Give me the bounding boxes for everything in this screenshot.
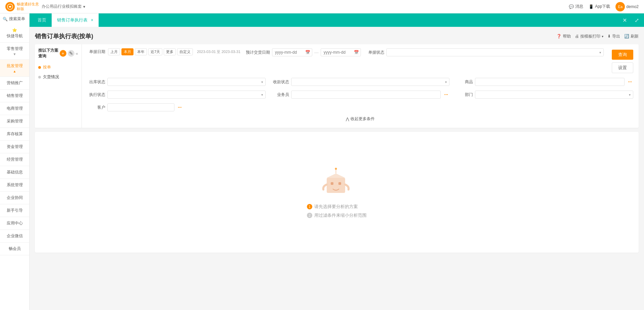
status-select[interactable] xyxy=(386,48,604,56)
settings-btn[interactable]: 设置 xyxy=(612,62,633,73)
close-window-btn[interactable]: ✕ xyxy=(620,15,629,25)
system-label: 系统管理 xyxy=(7,182,23,188)
department-select-wrapper: ▾ xyxy=(475,91,633,99)
wholesale-label: 批发管理 xyxy=(7,63,23,69)
date-btn-more[interactable]: 更多 xyxy=(164,48,176,55)
execution-select[interactable] xyxy=(107,91,266,99)
status-label: 单据状态 xyxy=(366,50,384,55)
calendar-to-icon: 📅 xyxy=(354,50,359,55)
scheme-item-按单[interactable]: 按单 xyxy=(35,62,82,72)
sidebar-item-enterprise[interactable]: 企业协同 xyxy=(0,192,29,204)
refresh-icon: 🔄 xyxy=(624,34,629,39)
search-icon: 🔍 xyxy=(3,17,8,21)
filter-row-1: 单据日期 上月 本月 本年 近7天 更多 自定义 2023-03-01 至 20… xyxy=(87,48,633,73)
customer-input[interactable] xyxy=(107,103,174,111)
query-btn[interactable]: 查询 xyxy=(612,50,633,60)
app-download-label: App下载 xyxy=(595,4,610,9)
sidebar-item-finance[interactable]: 资金管理 xyxy=(0,141,29,153)
sidebar-item-sales[interactable]: 销售管理 xyxy=(0,90,29,102)
sales-order-tab-label: 销售订单执行表 xyxy=(57,17,88,23)
export-btn[interactable]: ⬇ 导出 xyxy=(607,34,620,39)
product-input[interactable] xyxy=(475,78,625,86)
print-dropdown-icon: ▾ xyxy=(602,35,603,38)
expand-window-btn[interactable]: ⤢ xyxy=(632,15,641,25)
finance-label: 资金管理 xyxy=(7,144,23,150)
page-content: 销售订单执行表(按单) ❓ 帮助 🖨 按模板打印 ▾ ⬇ 导出 xyxy=(30,27,644,310)
scheme-item-欠货情况[interactable]: 欠货情况 xyxy=(35,72,82,82)
sidebar-item-basic[interactable]: 基础信息 xyxy=(0,166,29,179)
tab-home[interactable]: 首页 xyxy=(32,13,52,27)
edit-scheme-btn[interactable]: ✎ xyxy=(68,50,74,57)
tab-close-icon[interactable]: × xyxy=(91,18,93,22)
sidebar-item-guide[interactable]: 新手引导 xyxy=(0,204,29,217)
collapse-btn[interactable]: ⋀ 收起更多条件 xyxy=(87,114,633,124)
sidebar-item-purchase[interactable]: 采购管理 xyxy=(0,115,29,128)
company-name: 办公用品行业模拟账套 xyxy=(42,4,82,9)
customer-more-btn[interactable]: ··· xyxy=(176,104,183,111)
top-header: 畅捷通好生意 标版 办公用品行业模拟账套 ▾ 💬 消息 📱 App下载 Ea d… xyxy=(0,0,644,13)
execution-label: 执行状态 xyxy=(87,92,105,98)
step-2-num: 2 xyxy=(307,213,312,218)
sidebar-item-operations[interactable]: 经营管理 xyxy=(0,153,29,166)
salesperson-filter: 业务员 ··· xyxy=(271,91,449,99)
company-select[interactable]: 办公用品行业模拟账套 ▾ xyxy=(42,4,85,9)
product-more-btn[interactable]: ··· xyxy=(627,79,633,85)
sidebar-item-quick-nav[interactable]: ⭐ 快捷导航 xyxy=(0,24,29,43)
sidebar-item-apps[interactable]: 应用中心 xyxy=(0,217,29,230)
sidebar-item-marketing[interactable]: 营销推广 xyxy=(0,77,29,90)
scheme-actions: + ✎ « xyxy=(60,50,78,57)
svg-rect-1 xyxy=(327,178,345,193)
app-download-btn[interactable]: 📱 App下载 xyxy=(589,4,610,9)
sidebar-item-retail[interactable]: 零售管理 ▼ xyxy=(0,43,29,60)
sidebar-item-system[interactable]: 系统管理 xyxy=(0,179,29,192)
message-btn[interactable]: 💬 消息 xyxy=(569,4,583,9)
home-tab-label: 首页 xyxy=(38,17,46,23)
quick-nav-icon: ⭐ xyxy=(12,28,17,33)
filter-row-4: 客户 ··· xyxy=(87,103,633,111)
refresh-btn[interactable]: 🔄 刷新 xyxy=(624,34,639,39)
collapse-scheme-btn[interactable]: « xyxy=(76,50,78,57)
date-btn-last-month[interactable]: 上月 xyxy=(108,48,120,55)
date-btn-this-month[interactable]: 本月 xyxy=(121,48,133,55)
calendar-from-icon: 📅 xyxy=(305,50,310,55)
tab-sales-order[interactable]: 销售订单执行表 × xyxy=(52,13,99,27)
sidebar-item-wechat[interactable]: 企业微信 xyxy=(0,230,29,243)
help-btn[interactable]: ❓ 帮助 xyxy=(556,34,571,39)
expected-date-filter: 预计交货日期 📅 — 📅 xyxy=(246,48,361,56)
salesperson-input[interactable] xyxy=(291,91,441,99)
sidebar-item-wholesale[interactable]: 批发管理 ▲ xyxy=(0,60,29,77)
search-menu-btn[interactable]: 🔍 搜索菜单 xyxy=(0,13,29,24)
quick-nav-label: 快捷导航 xyxy=(7,33,23,39)
sidebar-item-member[interactable]: 畅会员 xyxy=(0,243,29,255)
add-scheme-btn[interactable]: + xyxy=(60,50,66,57)
scheme-dot-gray xyxy=(38,76,41,79)
empty-step-2: 2 用过滤条件来缩小分析范围 xyxy=(307,212,367,218)
page-title: 销售订单执行表(按单) xyxy=(35,32,93,40)
salesperson-more-btn[interactable]: ··· xyxy=(443,91,449,98)
avatar: Ea xyxy=(615,2,625,11)
help-icon: ❓ xyxy=(556,34,561,39)
date-to-wrapper: 📅 xyxy=(321,48,361,56)
scheme-dot-active xyxy=(38,66,41,69)
date-range-display: 2023-03-01 至 2023-03-31 xyxy=(197,49,240,54)
collapse-up-icon: ⋀ xyxy=(346,117,349,121)
customer-label: 客户 xyxy=(87,105,105,110)
user-profile[interactable]: Ea demo2 xyxy=(615,2,639,11)
date-filter: 单据日期 上月 本月 本年 近7天 更多 自定义 2023-03-01 至 20… xyxy=(87,48,240,55)
outbound-select[interactable] xyxy=(107,78,266,86)
sidebar-item-inventory[interactable]: 库存核算 xyxy=(0,128,29,141)
date-btn-custom[interactable]: 自定义 xyxy=(177,48,193,55)
filter-row-2: 出库状态 ▾ 收款状态 xyxy=(87,78,633,86)
sales-label: 销售管理 xyxy=(7,93,23,99)
date-btn-this-year[interactable]: 本年 xyxy=(135,48,147,55)
main-layout: 🔍 搜索菜单 ⭐ 快捷导航 零售管理 ▼ 批发管理 ▲ 营销推广 销售管理 电商… xyxy=(0,13,644,310)
search-menu-label: 搜索菜单 xyxy=(9,16,25,22)
enterprise-label: 企业协同 xyxy=(7,195,23,201)
outbound-label: 出库状态 xyxy=(87,79,105,85)
receipt-select[interactable] xyxy=(291,78,449,86)
sidebar-item-ecommerce[interactable]: 电商管理 xyxy=(0,102,29,115)
date-buttons-group: 上月 本月 本年 近7天 更多 自定义 xyxy=(108,48,193,55)
print-btn[interactable]: 🖨 按模板打印 ▾ xyxy=(575,34,603,39)
department-select[interactable] xyxy=(475,91,633,99)
date-btn-7days[interactable]: 近7天 xyxy=(148,48,162,55)
